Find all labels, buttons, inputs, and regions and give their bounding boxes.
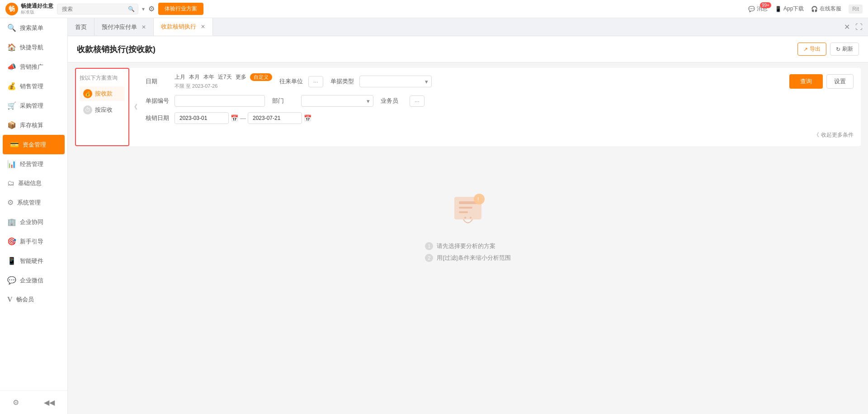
- department-select[interactable]: [301, 95, 373, 107]
- topbar-right: 💬 消息 99+ 📱 App下载 🎧 在线客服 Rit: [748, 5, 863, 14]
- filter-option-by-receipt[interactable]: 💰 按收款: [80, 86, 125, 101]
- empty-tip-1: 1 请先选择要分析的方案: [425, 242, 510, 250]
- finance-icon: 💳: [10, 140, 19, 149]
- empty-state: ! 1 请先选择要分析的方案 2 用[过滤]条件来缩小分析范围: [68, 152, 868, 298]
- export-icon: ↗: [803, 46, 808, 52]
- sidebar-item-label: 采购管理: [20, 102, 43, 110]
- sidebar-item-system[interactable]: ⚙ 系统管理: [0, 193, 67, 212]
- app-download-button[interactable]: 📱 App下载: [775, 5, 804, 13]
- by-receipt-icon: 💰: [83, 89, 92, 98]
- gear-icon[interactable]: ⚙: [148, 5, 155, 13]
- sidebar-item-operation[interactable]: 📊 经营管理: [0, 154, 67, 174]
- writeoff-date-end-cal-icon[interactable]: 📅: [304, 114, 311, 122]
- sidebar-item-inventory[interactable]: 📦 库存核算: [0, 115, 67, 135]
- date-link-last-month[interactable]: 上月: [175, 73, 185, 81]
- svg-point-4: [474, 194, 485, 205]
- brand-name: 畅捷通好生意 标准版: [21, 3, 53, 14]
- tab-receipt-offset[interactable]: 收款核销执行 ✕: [154, 18, 213, 36]
- sidebar-item-label: 快捷导航: [20, 43, 43, 52]
- sidebar-item-wechat[interactable]: 💬 企业微信: [0, 271, 67, 290]
- collapse-more-button[interactable]: 《 收起更多条件: [814, 131, 854, 139]
- inventory-icon: 📦: [7, 121, 16, 129]
- tab-home-label: 首页: [75, 23, 87, 31]
- date-link-this-month[interactable]: 本月: [189, 73, 200, 81]
- tab-receipt-close-icon[interactable]: ✕: [201, 24, 205, 30]
- topbar-search-input[interactable]: [57, 4, 138, 14]
- tab-bar: 首页 预付冲应付单 ✕ 收款核销执行 ✕ ✕ ⛶: [68, 18, 868, 36]
- writeoff-date-end-input[interactable]: [248, 112, 302, 124]
- message-button[interactable]: 💬 消息 99+: [748, 5, 768, 13]
- sidebar-item-label: 系统管理: [17, 199, 41, 207]
- date-link-more[interactable]: 更多: [236, 73, 246, 81]
- sidebar-item-quick-nav[interactable]: 🏠 快捷导航: [0, 38, 67, 57]
- tab-prepay-close-icon[interactable]: ✕: [142, 24, 146, 30]
- query-form: 日期 上月 本月 本年 近7天 更多 自定义: [138, 68, 861, 146]
- salesperson-ellipsis-button[interactable]: ···: [410, 95, 425, 107]
- doc-type-select[interactable]: [359, 76, 432, 87]
- sidebar-item-enterprise[interactable]: 🏢 企业协同: [0, 212, 67, 232]
- sidebar-collapse-icon[interactable]: ◀◀: [40, 395, 58, 410]
- logo-area: 畅 畅捷通好生意 标准版: [5, 3, 53, 15]
- refresh-button[interactable]: ↻ 刷新: [830, 43, 859, 56]
- sidebar-item-sales[interactable]: 💰 销售管理: [0, 76, 67, 96]
- user-avatar[interactable]: Rit: [849, 5, 863, 14]
- sidebar-settings-icon[interactable]: ⚙: [9, 395, 23, 410]
- doc-number-input[interactable]: [175, 95, 265, 107]
- tab-expand-button[interactable]: ⛶: [854, 21, 864, 33]
- tab-prepay-offset[interactable]: 预付冲应付单 ✕: [94, 18, 154, 36]
- tab-home[interactable]: 首页: [68, 18, 94, 36]
- message-badge: 99+: [760, 2, 771, 8]
- sidebar-item-label: 企业协同: [20, 218, 43, 226]
- form-row-3: 核销日期 📅 — 📅: [146, 112, 854, 124]
- sidebar-item-basic[interactable]: 🗂 基础信息: [0, 174, 67, 193]
- custom-date-tag[interactable]: 自定义: [250, 73, 272, 81]
- sidebar: 🔍 搜索菜单 🏠 快捷导航 📣 营销推广 💰 销售管理 🛒 采购管理 📦 库存核…: [0, 18, 68, 414]
- date-link-this-year[interactable]: 本年: [203, 73, 214, 81]
- writeoff-date-label: 核销日期: [146, 114, 171, 122]
- department-select-wrap: [301, 95, 373, 107]
- sales-icon: 💰: [7, 82, 16, 90]
- filter-sidebar: 按以下方案查询 💰 按收款 ⏱ 按应收: [75, 68, 129, 146]
- sidebar-item-label: 新手引导: [20, 238, 43, 246]
- doc-type-form-item: 单据类型: [330, 76, 432, 87]
- counterparty-form-item: 往来单位 ···: [279, 76, 323, 87]
- page-header-actions: ↗ 导出 ↻ 刷新: [797, 43, 859, 62]
- no-limit-row: 不限 至 2023-07-26: [175, 83, 272, 90]
- tab-receipt-label: 收款核销执行: [161, 23, 196, 31]
- app-icon: 📱: [775, 6, 782, 12]
- online-service-button[interactable]: 🎧 在线客服: [811, 5, 841, 13]
- service-icon: 🎧: [811, 6, 818, 12]
- svg-rect-1: [459, 201, 477, 204]
- filter-sidebar-title: 按以下方案查询: [80, 74, 125, 82]
- sidebar-item-purchase[interactable]: 🛒 采购管理: [0, 96, 67, 115]
- writeoff-date-start-cal-icon[interactable]: 📅: [231, 114, 238, 122]
- trial-button[interactable]: 体验行业方案: [158, 3, 203, 15]
- sidebar-item-member[interactable]: V 畅会员: [0, 290, 67, 309]
- writeoff-date-range: 📅 — 📅: [175, 112, 311, 124]
- sidebar-item-marketing[interactable]: 📣 营销推广: [0, 57, 67, 76]
- topbar: 畅 畅捷通好生意 标准版 🔍 ▾ ⚙ 体验行业方案 💬 消息 99+ 📱 App…: [0, 0, 868, 18]
- member-icon: V: [7, 295, 13, 304]
- counterparty-label: 往来单位: [279, 77, 305, 86]
- export-button[interactable]: ↗ 导出: [797, 43, 826, 56]
- filter-collapse-button[interactable]: 《: [129, 68, 138, 146]
- tip-1-num: 1: [425, 242, 433, 250]
- doc-type-label: 单据类型: [330, 77, 356, 86]
- sidebar-item-guide[interactable]: 🎯 新手引导: [0, 232, 67, 251]
- sidebar-item-hardware[interactable]: 📱 智能硬件: [0, 251, 67, 271]
- search-menu-icon: 🔍: [7, 24, 16, 32]
- filter-option-by-receivable[interactable]: ⏱ 按应收: [80, 103, 125, 117]
- sidebar-item-search-menu[interactable]: 🔍 搜索菜单: [0, 18, 67, 38]
- query-button[interactable]: 查询: [789, 74, 823, 89]
- tab-close-all-button[interactable]: ✕: [842, 21, 852, 33]
- salesperson-form-item: 业务员 ···: [381, 95, 425, 107]
- department-label: 部门: [272, 97, 297, 105]
- sidebar-item-label: 搜索菜单: [20, 24, 43, 32]
- form-row-2: 单据编号 部门 业务员 ···: [146, 95, 854, 107]
- sidebar-item-finance[interactable]: 💳 资金管理: [3, 135, 65, 154]
- page-title: 收款核销执行(按收款): [77, 44, 156, 61]
- date-link-7days[interactable]: 近7天: [218, 73, 232, 81]
- counterparty-ellipsis-button[interactable]: ···: [308, 76, 323, 87]
- settings-button[interactable]: 设置: [826, 74, 854, 89]
- writeoff-date-start-input[interactable]: [175, 112, 229, 124]
